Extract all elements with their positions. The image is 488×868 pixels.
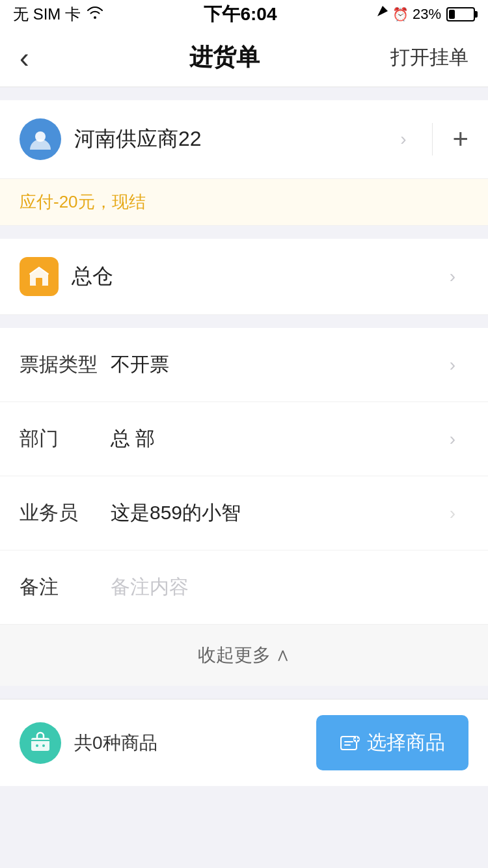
remark-placeholder: 备注内容 [104, 574, 468, 601]
page-title: 进货单 [189, 42, 260, 74]
nav-bar: ‹ 进货单 打开挂单 [0, 29, 488, 87]
warehouse-icon [20, 257, 59, 296]
svg-rect-1 [36, 278, 42, 286]
supplier-chevron-icon: › [400, 129, 406, 150]
invoice-type-row[interactable]: 票据类型 不开票 › [0, 328, 488, 402]
location-icon [377, 5, 388, 23]
notice-text: 应付-20元，现结 [20, 192, 146, 211]
warehouse-chevron-icon: › [450, 266, 455, 287]
warehouse-section: 总仓 › [0, 239, 488, 315]
carrier-label: 无 SIM 卡 [13, 4, 81, 25]
notice-banner: 应付-20元，现结 [0, 179, 488, 226]
background-fill [0, 786, 488, 868]
warehouse-name: 总仓 [72, 262, 450, 291]
cart-icon-wrapper [20, 722, 61, 764]
status-left: 无 SIM 卡 [13, 4, 104, 25]
remark-label: 备注 [20, 574, 104, 601]
salesperson-chevron-icon: › [450, 503, 455, 524]
section-gap-2 [0, 226, 488, 239]
supplier-section: 河南供应商22 › + 应付-20元，现结 [0, 100, 488, 226]
bottom-bar: 共0种商品 选择商品 [0, 699, 488, 786]
department-label: 部门 [20, 426, 104, 452]
invoice-type-label: 票据类型 [20, 351, 104, 378]
goods-count: 共0种商品 [74, 731, 303, 755]
invoice-type-chevron-icon: › [450, 355, 455, 375]
salesperson-label: 业务员 [20, 500, 104, 526]
supplier-divider [432, 123, 433, 156]
form-section: 票据类型 不开票 › 部门 总 部 › 业务员 这是859的小智 › 备注 备注… [0, 328, 488, 625]
department-value: 总 部 [104, 426, 450, 452]
wifi-icon [86, 6, 104, 23]
battery-icon [446, 7, 475, 21]
select-goods-button[interactable]: 选择商品 [316, 715, 468, 770]
select-goods-label: 选择商品 [367, 729, 445, 756]
svg-point-4 [42, 744, 45, 747]
alarm-icon: ⏰ [392, 7, 409, 22]
warehouse-row[interactable]: 总仓 › [0, 239, 488, 315]
add-button[interactable]: + [452, 124, 468, 155]
section-gap-4 [0, 686, 488, 699]
section-gap-3 [0, 315, 488, 328]
supplier-avatar [20, 118, 61, 160]
svg-point-3 [36, 744, 38, 747]
back-button[interactable]: ‹ [20, 42, 59, 74]
section-gap-1 [0, 87, 488, 100]
salesperson-row[interactable]: 业务员 这是859的小智 › [0, 476, 488, 550]
open-pending-button[interactable]: 打开挂单 [390, 44, 468, 71]
invoice-type-value: 不开票 [104, 351, 450, 378]
remark-row[interactable]: 备注 备注内容 [0, 550, 488, 625]
supplier-name: 河南供应商22 [74, 125, 400, 154]
battery-percent: 23% [413, 6, 441, 23]
select-goods-icon [340, 733, 360, 753]
collapse-label: 收起更多 ∧ [198, 643, 291, 668]
department-chevron-icon: › [450, 429, 455, 450]
department-row[interactable]: 部门 总 部 › [0, 402, 488, 476]
status-right: ⏰ 23% [377, 5, 475, 23]
salesperson-value: 这是859的小智 [104, 500, 450, 526]
collapse-row[interactable]: 收起更多 ∧ [0, 625, 488, 686]
status-time: 下午6:04 [204, 2, 277, 27]
supplier-row[interactable]: 河南供应商22 › + [0, 100, 488, 179]
status-bar: 无 SIM 卡 下午6:04 ⏰ 23% [0, 0, 488, 29]
